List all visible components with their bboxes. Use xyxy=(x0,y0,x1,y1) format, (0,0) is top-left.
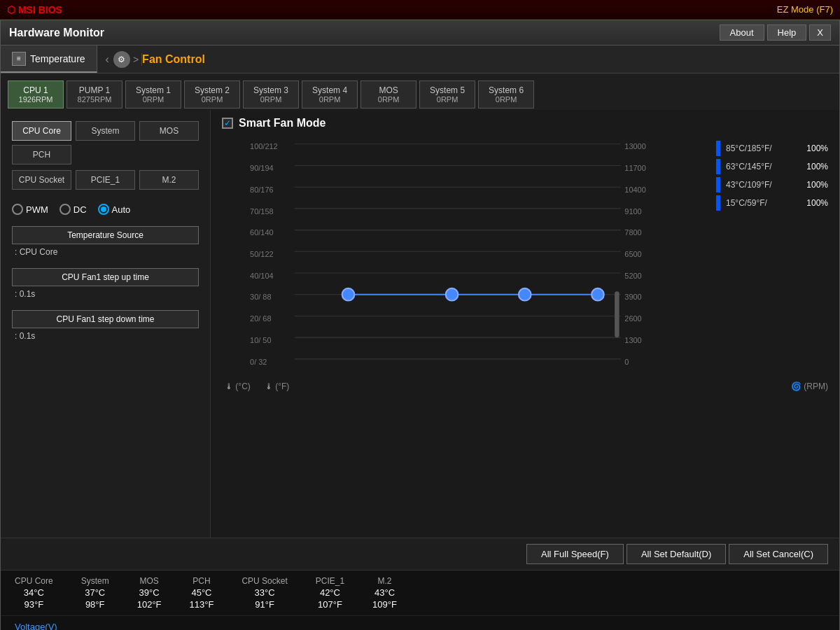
svg-text:40/104: 40/104 xyxy=(250,272,274,280)
fan-mode-radio-group: PWM DC Auto xyxy=(12,204,199,215)
sensor-btn-m2[interactable]: M.2 xyxy=(139,170,199,190)
temp-reading-c-pch: 45°C xyxy=(191,587,211,598)
fan-tab-rpm: 0RPM xyxy=(489,95,524,104)
temp-reading-m2: M.2 43°C 109°F xyxy=(372,576,397,610)
all-set-cancel-button[interactable]: All Set Cancel(C) xyxy=(729,544,828,564)
smart-fan-title: Smart Fan Mode xyxy=(239,117,326,130)
msi-logo: ⬡ MSI BIOS xyxy=(7,4,62,15)
curve-point-4[interactable] xyxy=(592,288,604,301)
svg-text:0: 0 xyxy=(624,358,629,366)
fan-tab-system5[interactable]: System 5 0RPM xyxy=(419,80,475,108)
ez-mode-label[interactable]: EZ Mode (F7) xyxy=(777,4,833,15)
fan-icon: ⚙ xyxy=(113,51,130,68)
voltage-section: Voltage(V) 0.996 CPU Core 1.201 CPU I/O xyxy=(1,615,839,630)
temp-reading-label-m2: M.2 xyxy=(378,576,392,586)
sensor-buttons-row1: CPU Core System MOS PCH xyxy=(12,121,199,164)
radio-dc[interactable]: DC xyxy=(59,204,87,215)
chart-scrollbar[interactable] xyxy=(615,291,620,337)
fan-tab-system2[interactable]: System 2 0RPM xyxy=(184,80,240,108)
tab-temperature[interactable]: ≡ Temperature xyxy=(1,46,97,73)
all-full-speed-button[interactable]: All Full Speed(F) xyxy=(526,544,624,564)
curve-point-2[interactable] xyxy=(446,288,458,301)
sensor-btn-mos[interactable]: MOS xyxy=(139,121,199,141)
fan-step-down-button[interactable]: CPU Fan1 step down time xyxy=(12,310,199,328)
fan-step-down-value: : 0.1s xyxy=(12,331,199,341)
temp-reading-f-mos: 102°F xyxy=(137,599,162,610)
smart-fan-checkbox[interactable]: ✓ xyxy=(222,118,233,129)
temp-reading-pcie1: PCIE_1 42°C 107°F xyxy=(316,576,344,610)
sensor-buttons-row2: CPU Socket PCIE_1 M.2 xyxy=(12,170,199,190)
label-celsius: 🌡 (°C) xyxy=(225,382,251,391)
about-button[interactable]: About xyxy=(720,24,764,41)
fan-tab-system1[interactable]: System 1 0RPM xyxy=(125,80,181,108)
main-content: CPU Core System MOS PCH CPU Socket PCIE_… xyxy=(1,110,839,538)
tab-temperature-label: Temperature xyxy=(30,53,85,64)
svg-text:50/122: 50/122 xyxy=(250,250,274,258)
fan-curve-chart[interactable]: 100/212 90/194 80/176 70/158 60/140 50/1… xyxy=(222,138,705,376)
fan-tab-rpm: 0RPM xyxy=(253,95,288,104)
fan-tab-name: System 2 xyxy=(195,85,230,95)
svg-text:100/212: 100/212 xyxy=(250,142,278,150)
fan-tab-rpm: 0RPM xyxy=(430,95,465,104)
svg-text:70/158: 70/158 xyxy=(250,207,274,216)
temp-marker-pct-4: 100% xyxy=(806,198,828,208)
temp-reading-label-cpu-core: CPU Core xyxy=(15,576,53,586)
temp-reading-label-system: System xyxy=(81,576,109,586)
temp-reading-f-m2: 109°F xyxy=(372,599,397,610)
temp-reading-f-system: 98°F xyxy=(85,599,105,610)
radio-circle-pwm xyxy=(12,204,23,215)
radio-label-pwm: PWM xyxy=(26,204,48,215)
svg-text:5200: 5200 xyxy=(624,272,641,280)
temp-source-value: : CPU Core xyxy=(12,247,199,257)
svg-text:13000: 13000 xyxy=(624,142,645,150)
tab-fan-control-label[interactable]: Fan Control xyxy=(141,53,205,66)
temp-marker-text-4: 15°C/59°F/ xyxy=(726,198,801,208)
temp-marker-pct-1: 100% xyxy=(806,144,828,153)
svg-text:7800: 7800 xyxy=(624,228,641,237)
fan-control-nav: ‹ ⚙ > Fan Control xyxy=(97,46,214,73)
sensor-btn-pch[interactable]: PCH xyxy=(12,145,71,164)
svg-text:6500: 6500 xyxy=(624,250,641,258)
sensor-btn-system[interactable]: System xyxy=(76,121,135,141)
fan-tab-name: System 3 xyxy=(253,85,288,95)
close-button[interactable]: X xyxy=(809,24,831,41)
fan-tab-system4[interactable]: System 4 0RPM xyxy=(302,80,358,108)
sensor-btn-cpu-core[interactable]: CPU Core xyxy=(12,121,71,141)
curve-point-1[interactable] xyxy=(342,288,355,301)
voltage-section-label: Voltage(V) xyxy=(15,622,825,630)
temp-reading-c-mos: 39°C xyxy=(139,587,160,598)
fan-tab-name: PUMP 1 xyxy=(77,85,112,95)
radio-pwm[interactable]: PWM xyxy=(12,204,48,215)
svg-text:30/ 88: 30/ 88 xyxy=(250,293,271,301)
temp-reading-label-pcie1: PCIE_1 xyxy=(316,576,344,586)
fan-tab-rpm: 0RPM xyxy=(312,95,347,104)
temp-reading-c-m2: 43°C xyxy=(374,587,395,598)
svg-text:11700: 11700 xyxy=(624,164,645,172)
fan-tab-name: System 5 xyxy=(430,85,465,95)
fan-tab-system6[interactable]: System 6 0RPM xyxy=(478,80,534,108)
label-fahrenheit: 🌡 (°F) xyxy=(265,382,289,391)
temp-source-button[interactable]: Temperature Source xyxy=(12,226,199,244)
fan-tab-pump1[interactable]: PUMP 1 8275RPM xyxy=(66,80,122,108)
chart-wrapper: 100/212 90/194 80/176 70/158 60/140 50/1… xyxy=(222,138,828,376)
fan-tab-cpu1[interactable]: CPU 1 1926RPM xyxy=(8,80,64,108)
chart-area: ✓ Smart Fan Mode 100/212 90/194 80/176 7… xyxy=(211,110,839,538)
svg-text:80/176: 80/176 xyxy=(250,186,274,194)
fan-tab-rpm: 0RPM xyxy=(195,95,230,104)
svg-text:10/ 50: 10/ 50 xyxy=(250,336,271,344)
fan-tab-mos[interactable]: MOS 0RPM xyxy=(360,80,416,108)
titlebar: Hardware Monitor About Help X xyxy=(1,20,839,46)
curve-point-3[interactable] xyxy=(519,288,531,301)
all-set-default-button[interactable]: All Set Default(D) xyxy=(626,544,726,564)
sensor-btn-pcie1[interactable]: PCIE_1 xyxy=(76,170,135,190)
radio-auto[interactable]: Auto xyxy=(98,204,131,215)
bottom-buttons: All Full Speed(F) All Set Default(D) All… xyxy=(1,538,839,570)
temp-markers: 85°C/185°F/ 100% 63°C/145°F/ 100% 43°C/1… xyxy=(716,138,828,376)
temp-marker-1: 85°C/185°F/ 100% xyxy=(716,141,828,156)
fan-tab-name: MOS xyxy=(371,85,406,95)
help-button[interactable]: Help xyxy=(767,24,807,41)
fan-step-up-button[interactable]: CPU Fan1 step up time xyxy=(12,268,199,286)
fan-tab-system3[interactable]: System 3 0RPM xyxy=(243,80,299,108)
temp-reading-c-system: 37°C xyxy=(85,587,105,598)
sensor-btn-cpu-socket[interactable]: CPU Socket xyxy=(12,170,71,190)
